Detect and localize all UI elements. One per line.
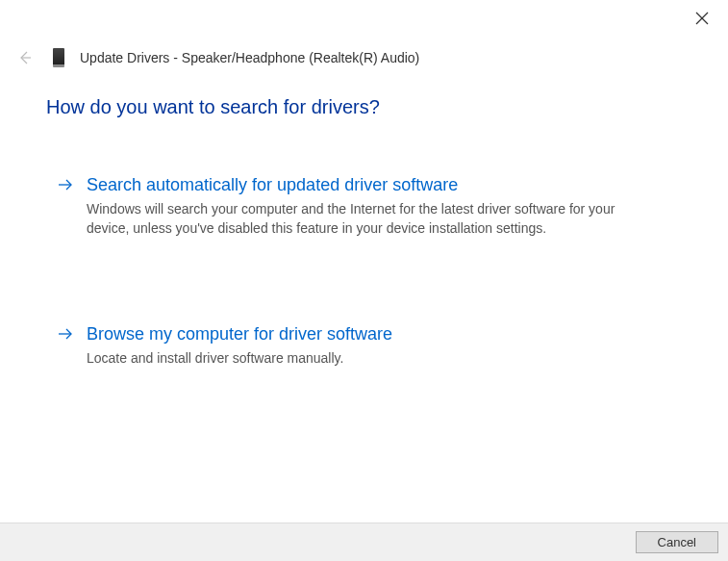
options-list: Search automatically for updated driver … bbox=[52, 165, 682, 378]
option-description: Windows will search your computer and th… bbox=[87, 200, 625, 238]
back-arrow-icon bbox=[16, 50, 32, 65]
option-text: Browse my computer for driver software L… bbox=[87, 323, 676, 369]
header: Update Drivers - Speaker/Headphone (Real… bbox=[0, 0, 728, 67]
back-button[interactable] bbox=[14, 48, 34, 67]
page-heading: How do you want to search for drivers? bbox=[46, 96, 682, 118]
close-button[interactable] bbox=[695, 12, 711, 27]
option-title: Browse my computer for driver software bbox=[87, 323, 676, 345]
option-text: Search automatically for updated driver … bbox=[87, 174, 676, 239]
cancel-button[interactable]: Cancel bbox=[636, 531, 718, 553]
arrow-right-icon bbox=[58, 327, 73, 343]
option-browse-computer[interactable]: Browse my computer for driver software L… bbox=[52, 314, 682, 378]
arrow-right-icon bbox=[58, 178, 73, 193]
option-search-automatically[interactable]: Search automatically for updated driver … bbox=[52, 165, 682, 248]
device-icon bbox=[53, 48, 64, 67]
window-title: Update Drivers - Speaker/Headphone (Real… bbox=[80, 50, 419, 65]
close-icon bbox=[695, 12, 709, 25]
footer: Cancel bbox=[0, 523, 728, 561]
option-description: Locate and install driver software manua… bbox=[87, 349, 625, 369]
option-title: Search automatically for updated driver … bbox=[87, 174, 676, 196]
content-area: How do you want to search for drivers? S… bbox=[0, 67, 728, 378]
